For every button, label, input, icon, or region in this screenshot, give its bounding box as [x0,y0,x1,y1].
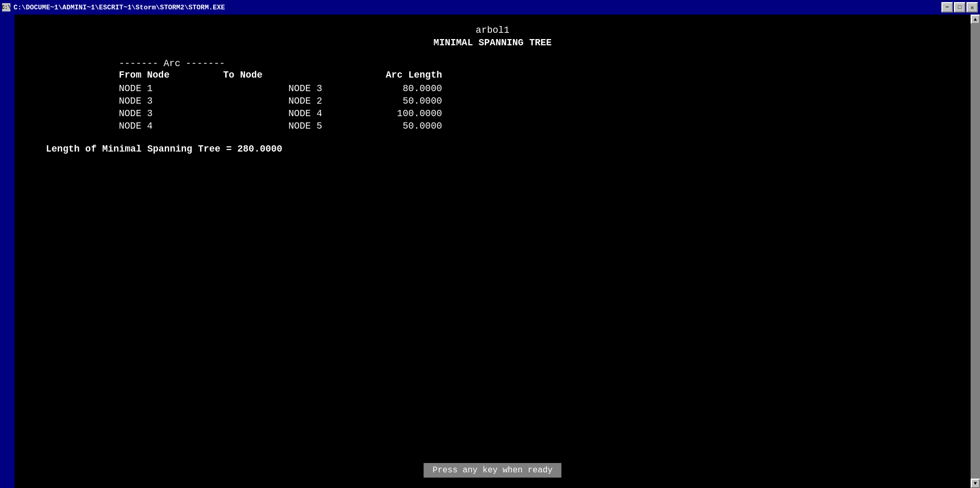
scroll-down-button[interactable]: ▼ [971,479,980,488]
data-rows: NODE 1 NODE 3 80.0000 NODE 3 NODE 2 50.0… [119,83,950,131]
title-bar-left: C:\ C:\DOCUME~1\ADMINI~1\ESCRIT~1\Storm\… [2,3,225,11]
scroll-up-button[interactable]: ▲ [971,15,980,24]
maximize-button[interactable]: □ [954,2,965,12]
cell-arc: 100.0000 [338,108,442,119]
cell-to: NODE 4 [223,108,338,119]
table-row: NODE 3 NODE 4 100.0000 [119,108,950,119]
main-wrapper: arbol1 MINIMAL SPANNING TREE ------- Arc… [0,15,980,488]
table-row: NODE 1 NODE 3 80.0000 [119,83,950,94]
title-bar: C:\ C:\DOCUME~1\ADMINI~1\ESCRIT~1\Storm\… [0,0,980,15]
col-header-to: To Node [223,70,338,80]
console-icon: C:\ [2,3,10,11]
cell-to: NODE 5 [223,121,338,131]
cell-to: NODE 2 [223,96,338,106]
left-border [0,15,15,488]
total-line: Length of Minimal Spanning Tree = 280.00… [46,144,950,154]
minimize-button[interactable]: − [941,2,953,12]
scroll-track [971,24,980,479]
cell-from: NODE 3 [119,108,223,119]
cell-to: NODE 3 [223,83,338,94]
arc-dashes-left: ------- [119,58,158,69]
scrollbar: ▲ ▼ [971,15,980,488]
cell-from: NODE 3 [119,96,223,106]
cell-from: NODE 4 [119,121,223,131]
cell-arc: 50.0000 [338,121,442,131]
title-bar-path: C:\DOCUME~1\ADMINI~1\ESCRIT~1\Storm\STOR… [14,4,225,11]
cell-arc: 80.0000 [338,83,442,94]
cell-from: NODE 1 [119,83,223,94]
cell-arc: 50.0000 [338,96,442,106]
console-area: arbol1 MINIMAL SPANNING TREE ------- Arc… [15,15,971,488]
app-subtitle: MINIMAL SPANNING TREE [35,37,950,48]
arc-label: Arc [164,58,180,69]
arc-dashes-right: ------- [186,58,225,69]
table-container: ------- Arc ------- From Node To Node Ar… [119,58,950,133]
close-button[interactable]: ✕ [966,2,978,12]
title-bar-buttons: − □ ✕ [941,2,978,12]
column-headers: From Node To Node Arc Length [119,70,950,80]
press-any-key[interactable]: Press any key when ready [424,463,561,478]
col-header-arc: Arc Length [338,70,442,80]
arc-header-line: ------- Arc ------- [119,58,950,69]
col-header-from: From Node [119,70,223,80]
app-title: arbol1 [35,25,950,35]
table-row: NODE 4 NODE 5 50.0000 [119,121,950,131]
table-row: NODE 3 NODE 2 50.0000 [119,96,950,106]
